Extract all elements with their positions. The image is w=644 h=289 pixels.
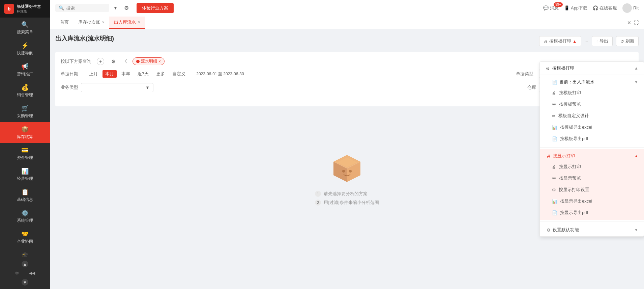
sidebar-item-purchase[interactable]: 🛒 采购管理: [0, 101, 50, 122]
close-window-icon[interactable]: ✕: [627, 20, 631, 25]
display-print-settings-label: 按显示打印设置: [559, 187, 589, 193]
dropdown-chevron-icon[interactable]: ▲: [634, 66, 638, 71]
printer-icon: 🖨: [545, 66, 550, 71]
display-section: 🖨 按显示打印 ▲ 🖨 按显示打印 👁 按显示预览 ⚙ 按显示打印设置: [540, 149, 644, 220]
display-chevron-icon[interactable]: ▲: [634, 154, 638, 158]
online-service-btn[interactable]: 🎧 在线客服: [593, 5, 617, 11]
sidebar-item-basic[interactable]: 📋 基础信息: [0, 185, 50, 206]
maximize-window-icon[interactable]: ⛶: [634, 20, 639, 25]
display-print-settings-item[interactable]: ⚙ 按显示打印设置: [540, 184, 644, 195]
sidebar-item-sales[interactable]: 💰 销售管理: [0, 80, 50, 101]
app-download-label: App下载: [571, 5, 587, 11]
page-content-area: 出入库流水(流水明细) 🖨 按模板打印 ▲ ··· ↑ 导出 ↺ 刷新: [50, 29, 644, 289]
display-settings-icon: ⚙: [552, 187, 556, 192]
search-input[interactable]: [66, 5, 100, 10]
template-export-pdf-item[interactable]: 📄 按模板导出pdf: [540, 133, 644, 144]
template-custom-item[interactable]: ✏ 模板自定义设计: [540, 110, 644, 122]
display-section-label: 按显示打印: [553, 153, 575, 159]
inventory-icon: 📦: [21, 126, 29, 133]
tab-home-label: 首页: [60, 19, 69, 25]
tab-batch[interactable]: 库存批次账 ×: [74, 17, 109, 29]
message-btn[interactable]: 💬 消息 99+: [543, 5, 559, 11]
sidebar-item-finance[interactable]: 💳 资金管理: [0, 143, 50, 164]
template-preview-label: 按模板预览: [559, 101, 581, 107]
sidebar-item-enterprise[interactable]: 🤝 企业协同: [0, 227, 50, 248]
export-label: 导出: [599, 38, 608, 44]
date-opt-more[interactable]: 更多: [153, 70, 168, 78]
sales-icon: 💰: [21, 84, 29, 91]
date-opt-this-year[interactable]: 本年: [119, 70, 133, 78]
filter-collapse-icon[interactable]: 《: [122, 58, 127, 64]
topbar-dropdown-arrow[interactable]: ▼: [113, 5, 118, 10]
sidebar-item-label: 营销推广: [17, 71, 33, 77]
display-preview-item[interactable]: 👁 按显示预览: [540, 173, 644, 184]
export-btn[interactable]: ↑ 导出: [592, 36, 613, 46]
current-template-row: 📄 当前：出入库流水 ▼: [540, 76, 644, 87]
current-template-icon: 📄: [552, 80, 557, 85]
sidebar-collapse-btn[interactable]: ◀◀: [27, 269, 37, 277]
sidebar-item-marketing[interactable]: 📢 营销推广: [0, 59, 50, 80]
template-export-pdf-label: 按模板导出pdf: [560, 136, 588, 142]
tab-flow-close[interactable]: ×: [138, 20, 140, 25]
current-template-label: 当前：出入库流水: [559, 79, 594, 85]
default-func-chevron-icon[interactable]: ▼: [634, 228, 638, 232]
industry-btn[interactable]: 体验行业方案: [137, 3, 174, 13]
topbar-gear-icon[interactable]: ⚙: [122, 3, 131, 13]
print-template-btn[interactable]: 🖨 按模板打印 ▲: [539, 36, 581, 46]
current-chevron-icon[interactable]: ▼: [634, 80, 638, 84]
empty-svg: [327, 145, 367, 185]
tab-batch-close[interactable]: ×: [102, 20, 105, 25]
warehouse-label: 仓库: [527, 84, 536, 90]
tabs-bar: 首页 库存批次账 × 出入库流水 × ✕ ⛶: [50, 16, 644, 29]
date-opt-last-month[interactable]: 上月: [86, 70, 100, 78]
date-opt-current-month[interactable]: 本月: [103, 70, 117, 78]
svg-point-4: [342, 170, 345, 173]
filter-tag[interactable]: 流水明细 ×: [133, 57, 165, 65]
template-preview-item[interactable]: 👁 按模板预览: [540, 99, 644, 110]
template-export-excel-item[interactable]: 📊 按模板导出excel: [540, 122, 644, 133]
more-options-icon[interactable]: ···: [585, 39, 588, 44]
date-opt-custom[interactable]: 自定义: [170, 70, 188, 78]
display-export-excel-item[interactable]: 📊 按显示导出excel: [540, 195, 644, 207]
refresh-btn[interactable]: ↺ 刷新: [616, 36, 639, 46]
display-print-item[interactable]: 🖨 按显示打印: [540, 161, 644, 173]
filter-add-btn[interactable]: +: [97, 58, 104, 65]
default-func-row[interactable]: ⚙ 设置默认功能 ▼: [540, 224, 644, 235]
default-func-section: ⚙ 设置默认功能 ▼: [540, 223, 644, 236]
sidebar-item-system[interactable]: ⚙️ 系统管理: [0, 206, 50, 227]
user-avatar-btn[interactable]: Rit: [622, 3, 639, 13]
sidebar-item-operation[interactable]: 📊 经营管理: [0, 164, 50, 185]
bill-type-label: 单据类型: [516, 71, 533, 77]
sidebar-item-guide[interactable]: 🎓 新手引导: [0, 248, 50, 257]
sidebar-settings-btn[interactable]: ⚙: [13, 269, 21, 277]
sidebar-scroll-down-btn[interactable]: ▼: [22, 279, 28, 286]
message-icon: 💬: [543, 5, 549, 10]
tag-close-icon[interactable]: ×: [158, 59, 161, 64]
date-options: 上月 本月 本年 近7天 更多 自定义: [86, 70, 188, 78]
display-excel-icon: 📊: [552, 199, 557, 204]
topbar-search-box[interactable]: 🔍: [55, 4, 109, 12]
filter-settings-icon[interactable]: ⚙: [110, 58, 117, 65]
biz-type-dropdown-icon: ▼: [145, 85, 150, 90]
tab-flow[interactable]: 出入库流水 ×: [109, 17, 145, 29]
tab-home[interactable]: 首页: [55, 17, 74, 29]
display-print-icon: 🖨: [552, 164, 556, 169]
sidebar-scroll-up-btn[interactable]: ▲: [22, 261, 28, 267]
app-name: 畅捷通好生意: [17, 4, 41, 9]
sidebar-item-label: 资金管理: [17, 155, 33, 161]
gear-icon: ⚙: [15, 271, 19, 275]
page-title: 出入库流水(流水明细): [55, 34, 114, 43]
display-export-pdf-item[interactable]: 📄 按显示导出pdf: [540, 207, 644, 218]
biz-type-select[interactable]: ▼: [81, 83, 153, 92]
sidebar-item-shortcut[interactable]: ⚡ 快捷导航: [0, 38, 50, 59]
sidebar-item-search[interactable]: 🔍 搜索菜单: [0, 18, 50, 38]
date-opt-last7[interactable]: 近7天: [135, 70, 151, 78]
export-icon: ↑: [596, 39, 598, 44]
app-download-btn[interactable]: 📱 App下载: [564, 5, 587, 11]
sidebar-item-inventory[interactable]: 📦 库存核算: [0, 122, 50, 143]
template-print-item[interactable]: 🖨 按模板打印: [540, 87, 644, 99]
headset-icon: 🎧: [593, 5, 598, 10]
sidebar-item-label: 采购管理: [17, 113, 33, 119]
step-1-number: 1: [315, 191, 321, 197]
sidebar-item-label: 快捷导航: [17, 50, 33, 56]
